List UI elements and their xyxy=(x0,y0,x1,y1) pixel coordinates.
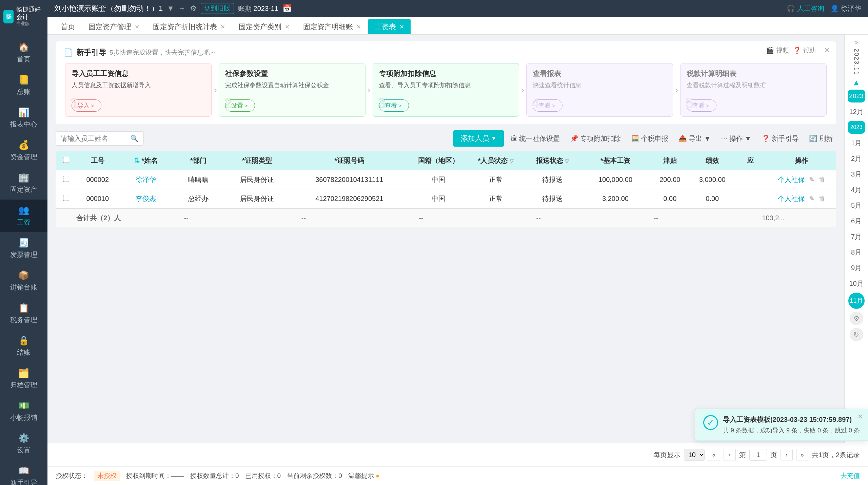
search-input[interactable] xyxy=(61,135,127,143)
charge-link[interactable]: 去充值 xyxy=(841,471,860,480)
tab-category-close[interactable]: ✕ xyxy=(285,23,290,31)
sidebar-item-inventory[interactable]: 📦 进销台账 xyxy=(0,265,47,297)
export-btn[interactable]: 📤 导出 ▼ xyxy=(675,132,714,145)
table-footer: 合计共（2）人 -- -- -- -- -- 103,2... xyxy=(56,208,836,227)
panel-month-4[interactable]: 4月 xyxy=(848,183,865,196)
add-account-icon[interactable]: ＋ xyxy=(178,3,186,14)
panel-month-8[interactable]: 8月 xyxy=(848,246,865,259)
sort-icon[interactable]: ⇅ xyxy=(134,157,140,164)
panel-bottom-settings-icon[interactable]: ⚙ xyxy=(850,312,863,325)
help-link[interactable]: ❓ 帮助 xyxy=(793,46,816,55)
calendar-icon[interactable]: 📅 xyxy=(282,4,292,13)
row-2-delete-icon[interactable]: 🗑 xyxy=(818,195,825,202)
search-box: 🔍 xyxy=(56,131,144,146)
tab-fixed-assets-close[interactable]: ✕ xyxy=(135,23,139,31)
data-table: 工号 ⇅ *姓名 *部门 *证照类型 *证照号码 国籍（地区） *人员状态 ▽ … xyxy=(56,151,836,227)
page-first-btn[interactable]: « xyxy=(708,449,720,461)
page-prev-btn[interactable]: ‹ xyxy=(724,449,736,461)
panel-month-3[interactable]: 3月 xyxy=(848,168,865,181)
add-person-button[interactable]: 添加人员 ▼ xyxy=(453,130,504,147)
panel-month-12[interactable]: 12月 xyxy=(848,105,865,118)
tab-depreciation-close[interactable]: ✕ xyxy=(220,23,225,31)
panel-month-2023[interactable]: 2023 xyxy=(848,90,865,102)
page-number-input[interactable] xyxy=(749,449,767,461)
select-all-checkbox[interactable] xyxy=(63,157,69,163)
sidebar-item-home[interactable]: 🏠 首页 xyxy=(0,37,47,69)
row-1-checkbox[interactable] xyxy=(63,176,69,182)
row-2-check[interactable] xyxy=(56,189,77,208)
settings-gear-icon[interactable]: ⚙ xyxy=(190,4,197,13)
sidebar-item-ledger[interactable]: 📒 总账 xyxy=(0,69,47,102)
sidebar-item-fixed-assets[interactable]: 🏢 固定资产 xyxy=(0,167,47,200)
row-2-checkbox[interactable] xyxy=(63,195,69,201)
sidebar-item-invoice[interactable]: 🧾 发票管理 xyxy=(0,232,47,265)
switch-version-button[interactable]: 切到旧版 xyxy=(201,3,234,14)
panel-bottom-refresh-icon[interactable]: ↻ xyxy=(850,328,863,341)
panel-scroll-up[interactable]: ▲ xyxy=(853,78,860,87)
row-1-delete-icon[interactable]: 🗑 xyxy=(818,176,825,183)
sidebar-item-archive[interactable]: 🗂️ 归档管理 xyxy=(0,362,47,395)
home-icon: 🏠 xyxy=(18,42,29,53)
tab-home[interactable]: 首页 xyxy=(54,19,81,34)
operations-btn[interactable]: ⋯ 操作 ▼ xyxy=(717,132,755,145)
th-id-type: *证照类型 xyxy=(223,151,291,170)
tab-category[interactable]: 固定资产类别 ✕ xyxy=(232,19,296,34)
row-2-bonus: 0.00 xyxy=(649,189,691,208)
special-deduction-btn[interactable]: 📌 专项附加扣除 xyxy=(567,132,624,145)
auth-status-value: 未授权 xyxy=(94,471,120,481)
row-2-operations: 个人社保 ✎ 🗑 xyxy=(767,189,836,208)
sidebar-item-tax[interactable]: 📋 税务管理 xyxy=(0,297,47,330)
row-1-social-ins-link[interactable]: 个人社保 xyxy=(778,176,805,183)
row-1-edit-icon[interactable]: ✎ xyxy=(809,176,815,183)
panel-month-2023-badge[interactable]: 2023 xyxy=(848,121,865,134)
row-1-check[interactable] xyxy=(56,170,77,189)
panel-month-6[interactable]: 6月 xyxy=(848,214,865,227)
service-button[interactable]: 🎧 人工咨询 xyxy=(787,4,824,13)
sidebar-item-funds[interactable]: 💰 资金管理 xyxy=(0,134,47,167)
panel-month-10[interactable]: 10月 xyxy=(848,277,865,290)
sidebar-item-settings[interactable]: ⚙️ 设置 xyxy=(0,428,47,460)
page-next-btn[interactable]: › xyxy=(781,449,793,461)
row-2-name-link[interactable]: 李俊杰 xyxy=(136,195,156,202)
tab-detail[interactable]: 固定资产明细账 ✕ xyxy=(297,19,368,34)
row-2-edit-icon[interactable]: ✎ xyxy=(809,195,815,202)
sidebar-item-payroll[interactable]: 👥 工资 xyxy=(0,200,47,232)
panel-month-2[interactable]: 2月 xyxy=(848,152,865,165)
tab-depreciation[interactable]: 固定资产折旧统计表 ✕ xyxy=(146,19,232,34)
sidebar-item-expense[interactable]: 💵 小畅报销 xyxy=(0,395,47,428)
sidebar-item-closing[interactable]: 🔒 结账 xyxy=(0,330,47,362)
refresh-btn[interactable]: 🔄 刷新 xyxy=(806,132,836,145)
intro-close-button[interactable]: ✕ xyxy=(824,46,830,55)
tax-declare-label: 个税申报 xyxy=(641,134,668,143)
sidebar-item-reports[interactable]: 📊 报表中心 xyxy=(0,102,47,134)
account-name: 刘小艳演示账套（勿删勿动！）1 xyxy=(54,3,163,14)
per-page-select[interactable]: 10 20 50 xyxy=(684,449,705,461)
video-link[interactable]: 🎬 视频 xyxy=(766,46,789,55)
sidebar-item-label: 进销台账 xyxy=(10,283,37,292)
th-operations: 操作 xyxy=(767,151,836,170)
user-menu[interactable]: 👤 徐泽华 xyxy=(830,4,861,13)
panel-month-11[interactable]: 11月 xyxy=(848,293,865,309)
row-2-social-ins-link[interactable]: 个人社保 xyxy=(778,195,805,202)
social-insurance-btn[interactable]: 🏛 统一社保设置 xyxy=(507,132,563,145)
tab-payroll-close[interactable]: ✕ xyxy=(399,23,404,31)
toast-close-button[interactable]: ✕ xyxy=(857,412,863,421)
tab-fixed-assets[interactable]: 固定资产管理 ✕ xyxy=(82,19,146,34)
account-dropdown-arrow[interactable]: ▼ xyxy=(167,4,174,13)
new-guide-btn[interactable]: ❓ 新手引导 xyxy=(758,132,802,145)
search-icon[interactable]: 🔍 xyxy=(130,134,139,143)
row-1-id-type: 居民身份证 xyxy=(223,170,291,189)
panel-month-7[interactable]: 7月 xyxy=(848,230,865,243)
person-status-filter-icon[interactable]: ▽ xyxy=(510,158,514,164)
tab-detail-close[interactable]: ✕ xyxy=(356,23,361,31)
panel-month-5[interactable]: 5月 xyxy=(848,199,865,212)
tax-declare-btn[interactable]: 🧮 个税申报 xyxy=(628,132,672,145)
panel-month-1[interactable]: 1月 xyxy=(848,136,865,149)
panel-month-9[interactable]: 9月 xyxy=(848,261,865,274)
panel-expand-icon[interactable]: » xyxy=(854,38,858,46)
tab-payroll-table[interactable]: 工资表 ✕ xyxy=(368,19,411,34)
page-last-btn[interactable]: » xyxy=(796,449,808,461)
sidebar-item-guide[interactable]: 📖 新手引导 xyxy=(0,460,47,485)
send-status-filter-icon[interactable]: ▽ xyxy=(565,158,569,164)
row-1-name-link[interactable]: 徐泽华 xyxy=(136,176,156,183)
